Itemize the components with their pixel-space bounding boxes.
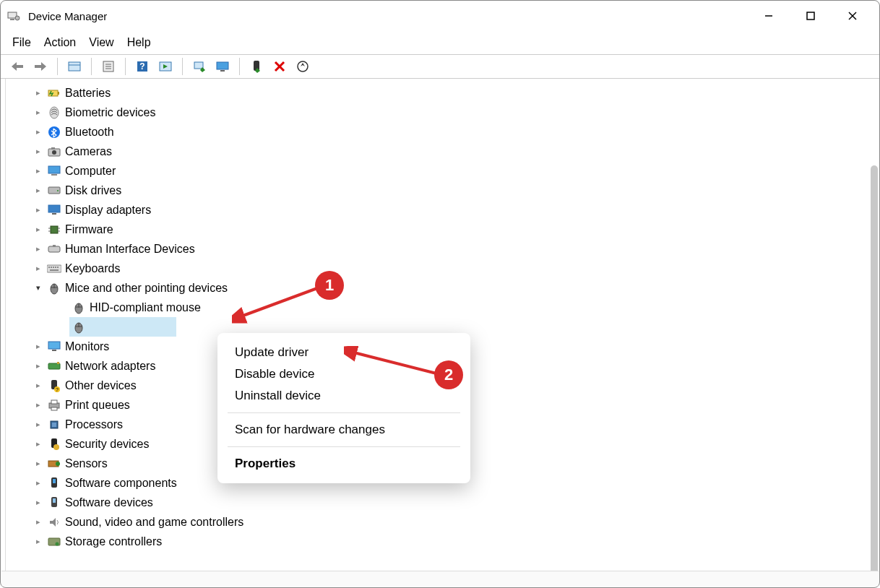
svg-rect-55 bbox=[55, 267, 56, 268]
disk-icon bbox=[46, 183, 62, 199]
svg-rect-42 bbox=[48, 205, 60, 212]
svg-text:?: ? bbox=[56, 387, 59, 392]
svg-rect-57 bbox=[50, 269, 59, 271]
tree-category[interactable]: ▸Batteries bbox=[6, 83, 879, 103]
chevron-right-icon[interactable]: ▸ bbox=[32, 239, 45, 259]
svg-rect-44 bbox=[51, 226, 58, 233]
menu-help[interactable]: Help bbox=[127, 36, 151, 49]
scan-hardware-icon[interactable] bbox=[293, 57, 312, 76]
svg-rect-37 bbox=[51, 147, 55, 150]
firmware-icon bbox=[46, 222, 62, 238]
uninstall-monitor-icon[interactable] bbox=[213, 57, 232, 76]
properties-icon[interactable] bbox=[99, 57, 118, 76]
chevron-right-icon[interactable]: ▸ bbox=[32, 161, 45, 181]
svg-rect-32 bbox=[58, 92, 59, 95]
chevron-right-icon[interactable]: ▸ bbox=[32, 337, 45, 356]
svg-rect-69 bbox=[48, 363, 60, 369]
context-properties[interactable]: Properties bbox=[217, 453, 470, 475]
bluetooth-icon bbox=[46, 124, 62, 140]
titlebar: Device Manager bbox=[1, 1, 879, 31]
svg-rect-87 bbox=[53, 498, 56, 503]
tree-category-label: Display adapters bbox=[65, 200, 151, 220]
enable-device-icon[interactable] bbox=[247, 57, 266, 76]
tree-device[interactable]: HID-compliant mouse bbox=[6, 298, 879, 317]
monitor-icon bbox=[46, 339, 62, 355]
chevron-right-icon[interactable]: ▸ bbox=[32, 473, 45, 493]
tree-category[interactable]: ▸Human Interface Devices bbox=[6, 239, 879, 259]
chevron-right-icon[interactable]: ▸ bbox=[32, 103, 45, 122]
chevron-right-icon[interactable]: ▸ bbox=[32, 532, 45, 551]
context-uninstall-device[interactable]: Uninstall device bbox=[217, 385, 470, 407]
menu-view[interactable]: View bbox=[89, 36, 113, 49]
svg-rect-38 bbox=[48, 166, 60, 173]
tree-category-label: Print queues bbox=[65, 395, 130, 415]
chevron-right-icon[interactable]: ▸ bbox=[32, 200, 45, 220]
svg-rect-56 bbox=[57, 267, 59, 268]
tree-category[interactable]: ▸Storage controllers bbox=[6, 532, 879, 551]
chevron-right-icon[interactable]: ▸ bbox=[32, 395, 45, 415]
tree-category[interactable]: ▸Computer bbox=[6, 161, 879, 181]
chevron-down-icon[interactable]: ▾ bbox=[32, 278, 45, 298]
camera-icon bbox=[46, 144, 62, 160]
back-button[interactable] bbox=[8, 57, 27, 76]
tree-category-label: Sound, video and game controllers bbox=[65, 512, 243, 532]
context-disable-device[interactable]: Disable device bbox=[217, 363, 470, 385]
chevron-right-icon[interactable]: ▸ bbox=[32, 122, 45, 142]
toolbar-separator bbox=[91, 58, 92, 75]
tree-category[interactable]: ▾Mice and other pointing devices bbox=[6, 278, 879, 298]
tree-category[interactable]: ▸Cameras bbox=[6, 142, 879, 161]
tree-category-label: Disk drives bbox=[65, 181, 121, 200]
minimize-button[interactable] bbox=[748, 1, 790, 31]
tree-category-label: Human Interface Devices bbox=[65, 239, 195, 259]
tree-category[interactable]: ▸Biometric devices bbox=[6, 103, 879, 122]
menu-action[interactable]: Action bbox=[44, 36, 76, 49]
svg-rect-4 bbox=[807, 12, 814, 20]
chevron-right-icon[interactable]: ▸ bbox=[32, 493, 45, 512]
chevron-right-icon[interactable]: ▸ bbox=[32, 181, 45, 200]
tree-category[interactable]: ▸Disk drives bbox=[6, 181, 879, 200]
chevron-right-icon[interactable]: ▸ bbox=[32, 376, 45, 395]
tree-category-label: Sensors bbox=[65, 454, 108, 473]
svg-rect-67 bbox=[48, 342, 60, 349]
update-driver-icon[interactable] bbox=[190, 57, 209, 76]
device-tree-panel: ▸Batteries▸Biometric devices▸Bluetooth▸C… bbox=[5, 79, 879, 573]
chevron-right-icon[interactable]: ▸ bbox=[32, 415, 45, 434]
context-scan-hardware[interactable]: Scan for hardware changes bbox=[217, 419, 470, 441]
cpu-icon bbox=[46, 417, 62, 433]
tree-category[interactable]: ▸Keyboards bbox=[6, 259, 879, 278]
tree-category-label: Computer bbox=[65, 161, 116, 181]
maximize-button[interactable] bbox=[790, 1, 832, 31]
chevron-right-icon[interactable]: ▸ bbox=[32, 512, 45, 532]
display-icon bbox=[46, 202, 62, 218]
tree-category[interactable]: ▸Display adapters bbox=[6, 200, 879, 220]
tree-category-label: Storage controllers bbox=[65, 532, 162, 551]
chevron-right-icon[interactable]: ▸ bbox=[32, 356, 45, 376]
chevron-right-icon[interactable]: ▸ bbox=[32, 454, 45, 473]
chevron-right-icon[interactable]: ▸ bbox=[32, 434, 45, 454]
disable-device-icon[interactable] bbox=[270, 57, 289, 76]
svg-point-90 bbox=[56, 542, 59, 545]
chevron-right-icon[interactable]: ▸ bbox=[32, 142, 45, 161]
context-update-driver[interactable]: Update driver bbox=[217, 342, 470, 363]
svg-rect-52 bbox=[48, 267, 50, 268]
tree-category[interactable]: ▸Sound, video and game controllers bbox=[6, 512, 879, 532]
forward-button[interactable] bbox=[31, 57, 50, 76]
close-button[interactable] bbox=[832, 1, 873, 31]
tree-category[interactable]: ▸Bluetooth bbox=[6, 122, 879, 142]
sensor-icon bbox=[46, 456, 62, 472]
chevron-right-icon[interactable]: ▸ bbox=[32, 83, 45, 103]
svg-marker-88 bbox=[50, 518, 56, 527]
tree-category-label: Keyboards bbox=[65, 259, 121, 278]
tree-category[interactable]: ▸Software devices bbox=[6, 493, 879, 512]
tree-category[interactable]: ▸Firmware bbox=[6, 220, 879, 239]
svg-point-83 bbox=[56, 462, 60, 466]
chevron-right-icon[interactable]: ▸ bbox=[32, 220, 45, 239]
scrollbar-thumb[interactable] bbox=[871, 165, 878, 573]
show-hidden-icon[interactable] bbox=[65, 57, 84, 76]
help-icon[interactable]: ? bbox=[133, 57, 152, 76]
chevron-right-icon[interactable]: ▸ bbox=[32, 259, 45, 278]
menu-file[interactable]: File bbox=[12, 36, 31, 49]
tree-category-label: Security devices bbox=[65, 434, 150, 454]
annotation-badge-2: 2 bbox=[434, 360, 463, 389]
action-pane-icon[interactable] bbox=[156, 57, 175, 76]
